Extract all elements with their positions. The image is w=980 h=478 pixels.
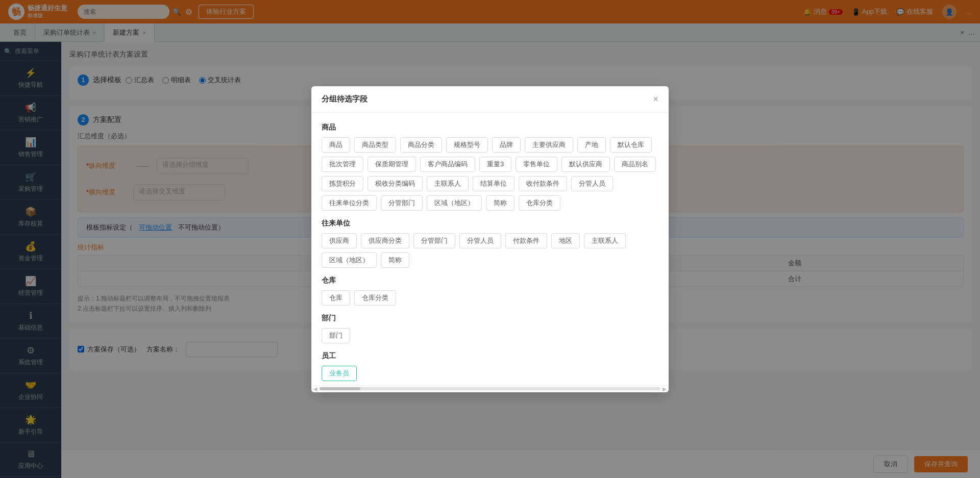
field-tag-供应商分类[interactable]: 供应商分类 xyxy=(361,233,409,248)
field-tags-部门: 部门 xyxy=(322,328,658,343)
field-tag-拣货积分[interactable]: 拣货积分 xyxy=(322,176,363,191)
field-tag-仓库[interactable]: 仓库 xyxy=(322,290,350,306)
field-tag-区域（地区）[interactable]: 区域（地区） xyxy=(322,253,377,268)
field-tag-重量3[interactable]: 重量3 xyxy=(479,157,511,172)
field-tag-默认仓库[interactable]: 默认仓库 xyxy=(610,137,652,153)
field-tag-商品类型[interactable]: 商品类型 xyxy=(354,137,396,153)
section-title-商品: 商品 xyxy=(322,123,658,132)
field-tag-业务员[interactable]: 业务员 xyxy=(322,366,357,381)
modal-overlay[interactable]: 分组待选字段 × 商品商品商品类型商品分类规格型号品牌主要供应商产地默认仓库批次… xyxy=(0,0,980,478)
field-tag-默认供应商[interactable]: 默认供应商 xyxy=(561,157,610,172)
field-tag-商品[interactable]: 商品 xyxy=(322,137,350,153)
field-tag-分管部门[interactable]: 分管部门 xyxy=(413,233,455,248)
field-tag-部门[interactable]: 部门 xyxy=(322,328,350,343)
field-tags-商品: 商品商品类型商品分类规格型号品牌主要供应商产地默认仓库批次管理保质期管理客户商品… xyxy=(322,137,658,211)
modal-close-button[interactable]: × xyxy=(653,94,658,104)
field-tags-仓库: 仓库仓库分类 xyxy=(322,290,658,306)
field-tag-供应商[interactable]: 供应商 xyxy=(322,233,357,248)
field-tag-往来单位分类[interactable]: 往来单位分类 xyxy=(322,195,377,211)
field-tag-批次管理[interactable]: 批次管理 xyxy=(322,157,363,172)
field-tag-结算单位[interactable]: 结算单位 xyxy=(473,176,514,191)
section-title-往来单位: 往来单位 xyxy=(322,219,658,228)
hscroll-thumb xyxy=(320,387,360,390)
field-tag-保质期管理[interactable]: 保质期管理 xyxy=(368,157,416,172)
field-tag-简称[interactable]: 简称 xyxy=(486,195,514,211)
field-tag-产地[interactable]: 产地 xyxy=(577,137,606,153)
field-tag-客户商品编码[interactable]: 客户商品编码 xyxy=(420,157,475,172)
field-tag-分管人员[interactable]: 分管人员 xyxy=(571,176,613,191)
field-tag-零售单位[interactable]: 零售单位 xyxy=(516,157,557,172)
field-tag-地区[interactable]: 地区 xyxy=(551,233,580,248)
field-tag-区域（地区）[interactable]: 区域（地区） xyxy=(427,195,482,211)
scroll-left-arrow[interactable]: ◀ xyxy=(313,386,317,392)
field-tags-往来单位: 供应商供应商分类分管部门分管人员付款条件地区主联系人区域（地区）简称 xyxy=(322,233,658,268)
modal: 分组待选字段 × 商品商品商品类型商品分类规格型号品牌主要供应商产地默认仓库批次… xyxy=(311,86,669,392)
field-tag-商品分类[interactable]: 商品分类 xyxy=(400,137,442,153)
modal-scrollbar: ◀ ▶ xyxy=(311,385,669,392)
hscroll-track xyxy=(320,387,660,390)
section-title-员工: 员工 xyxy=(322,351,658,361)
field-tags-员工: 业务员 xyxy=(322,366,658,381)
modal-header: 分组待选字段 × xyxy=(311,86,669,113)
field-tag-仓库分类[interactable]: 仓库分类 xyxy=(354,290,396,306)
field-tag-主联系人[interactable]: 主联系人 xyxy=(584,233,626,248)
field-tag-主要供应商[interactable]: 主要供应商 xyxy=(525,137,573,153)
field-tag-收付款条件[interactable]: 收付款条件 xyxy=(519,176,567,191)
modal-body: 商品商品商品类型商品分类规格型号品牌主要供应商产地默认仓库批次管理保质期管理客户… xyxy=(311,113,669,386)
field-tag-品牌[interactable]: 品牌 xyxy=(492,137,521,153)
field-tag-分管部门[interactable]: 分管部门 xyxy=(381,195,423,211)
field-tag-分管人员[interactable]: 分管人员 xyxy=(459,233,501,248)
scroll-right-arrow[interactable]: ▶ xyxy=(663,386,667,392)
section-title-部门: 部门 xyxy=(322,314,658,323)
field-tag-付款条件[interactable]: 付款条件 xyxy=(505,233,547,248)
field-tag-仓库分类[interactable]: 仓库分类 xyxy=(519,195,560,211)
field-tag-主联系人[interactable]: 主联系人 xyxy=(427,176,469,191)
field-tag-税收分类编码[interactable]: 税收分类编码 xyxy=(368,176,423,191)
section-title-仓库: 仓库 xyxy=(322,276,658,285)
field-tag-商品别名[interactable]: 商品别名 xyxy=(614,157,656,172)
field-tag-规格型号[interactable]: 规格型号 xyxy=(446,137,488,153)
modal-title: 分组待选字段 xyxy=(322,94,368,104)
field-tag-简称[interactable]: 简称 xyxy=(381,253,409,268)
